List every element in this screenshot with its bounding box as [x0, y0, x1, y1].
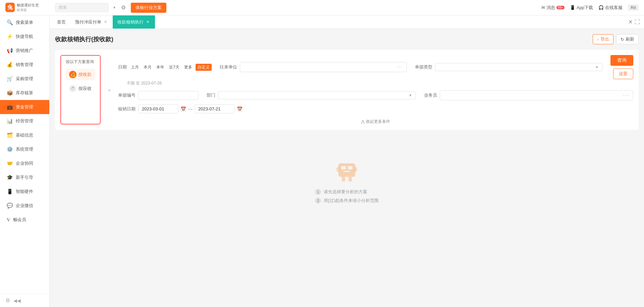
tab-bar: 首页 预付冲应付单 ✕ 收款核销执行 ✕ ✕ ⛶ — [50, 15, 644, 29]
sidebar-label: 畅会员 — [13, 217, 26, 223]
sidebar-item-system[interactable]: ⚙️ 系统管理 — [0, 142, 49, 156]
writeoff-cal-from-icon[interactable]: 📅 — [180, 106, 186, 112]
sidebar-item-enterprise[interactable]: 🤝 企业协同 — [0, 156, 49, 170]
sidebar-item-wechat[interactable]: 💬 企业微信 — [0, 199, 49, 213]
receivable-icon: ⏱ — [69, 85, 76, 92]
gear-icon[interactable]: ⚙ — [119, 3, 128, 12]
dept-select[interactable]: ▼ — [218, 91, 416, 99]
sidebar-item-member[interactable]: V 畅会员 — [0, 213, 49, 227]
filter-salesman-field: 业务员 ··· — [424, 90, 633, 100]
top-header: 兔 畅捷通好生意 标准版 搜索 ▼ ⚙ 体验行业方案 ✉ 消息 99+ 📱 Ap… — [0, 0, 644, 15]
dept-dropdown-icon: ▼ — [409, 93, 412, 97]
tab-prepay-label: 预付冲应付单 — [75, 19, 101, 25]
writeoff-cal-to-icon[interactable]: 📅 — [237, 106, 243, 112]
svg-rect-5 — [348, 177, 352, 182]
tip-num-2: 2 — [315, 198, 321, 204]
refresh-icon: ↻ — [621, 37, 624, 42]
query-button[interactable]: 查询 — [610, 55, 633, 66]
sidebar-label: 快捷导航 — [16, 34, 33, 40]
salesman-dots-icon: ··· — [623, 92, 630, 98]
partner-input[interactable]: ··· — [240, 62, 407, 72]
filter-row-1: 日期 上月 本月 本年 近7天 更多 自定义 往来单位 — [118, 55, 633, 79]
online-service-button[interactable]: 🎧 在线客服 — [598, 5, 623, 11]
message-label: 消息 — [546, 5, 555, 11]
marketing-icon: 📢 — [7, 48, 13, 54]
tab-prepay-close-icon[interactable]: ✕ — [103, 19, 108, 24]
sidebar-item-quick-nav[interactable]: ⚡ 快捷导航 — [0, 30, 49, 44]
sidebar-settings-icon[interactable]: ⚙ — [5, 297, 10, 304]
date-btn-this-year[interactable]: 本年 — [155, 64, 166, 71]
tab-writeoff-close-icon[interactable]: ✕ — [146, 19, 150, 24]
date-no-limit-hint: 不限 至 2023-07-26 — [127, 81, 633, 86]
sidebar: 🔍 搜索菜单 ⚡ 快捷导航 📢 营销推广 💰 销售管理 🛒 采购管理 📦 库存核… — [0, 15, 50, 307]
filter-option-by-receivable[interactable]: ⏱ 按应收 — [66, 83, 95, 94]
tab-home-label: 首页 — [57, 19, 66, 25]
partner-dots-icon: ··· — [397, 64, 403, 70]
bill-no-input[interactable] — [138, 91, 199, 100]
tab-home[interactable]: 首页 — [52, 15, 70, 29]
base-info-icon: 🗂️ — [7, 132, 13, 138]
date-btn-7days[interactable]: 近7天 — [168, 64, 181, 71]
app-download-button[interactable]: 📱 App下载 — [570, 5, 593, 11]
sidebar-label: 销售管理 — [16, 62, 33, 68]
filter-date-field: 日期 上月 本月 本年 近7天 更多 自定义 — [118, 64, 212, 71]
app-logo-icon: 兔 — [5, 3, 15, 12]
header-search-bar[interactable]: 搜索 — [55, 3, 109, 12]
filter-option-receipt-label: 按收款 — [78, 71, 92, 78]
sidebar-item-guide[interactable]: 🎓 新手引导 — [0, 170, 49, 185]
tab-prepay[interactable]: 预付冲应付单 ✕ — [70, 15, 113, 29]
sidebar-item-ops[interactable]: 📊 经营管理 — [0, 114, 49, 128]
page-actions: ↑ 导出 ↻ 刷新 — [593, 34, 639, 44]
finance-icon: 💼 — [7, 104, 13, 110]
sidebar-item-hardware[interactable]: 📱 智能硬件 — [0, 185, 49, 199]
writeoff-date-label: 核销日期 — [118, 106, 136, 112]
sidebar-item-sales[interactable]: 💰 销售管理 — [0, 58, 49, 72]
bill-type-select[interactable]: ▼ — [435, 63, 602, 71]
sidebar-item-marketing[interactable]: 📢 营销推广 — [0, 44, 49, 58]
sidebar-label: 企业微信 — [16, 203, 33, 209]
filter-actions: 查询 设置 — [610, 55, 633, 79]
solution-button[interactable]: 体验行业方案 — [131, 3, 166, 13]
date-btn-last-month[interactable]: 上月 — [129, 64, 140, 71]
salesman-input[interactable]: ··· — [440, 90, 633, 100]
filter-option-by-receipt[interactable]: 💰 按收款 — [66, 69, 95, 80]
sidebar-label: 系统管理 — [16, 146, 33, 152]
filter-partner-field: 往来单位 ··· — [220, 62, 407, 72]
collapse-more-button[interactable]: ⋀ 收起更多条件 — [361, 119, 390, 124]
date-btn-more[interactable]: 更多 — [183, 64, 194, 71]
sidebar-item-purchase[interactable]: 🛒 采购管理 — [0, 72, 49, 86]
bill-type-dropdown-icon: ▼ — [595, 65, 599, 69]
settings-button[interactable]: 设置 — [613, 68, 633, 79]
salesman-label: 业务员 — [424, 92, 437, 98]
tab-close-all-icon[interactable]: ✕ — [628, 19, 633, 25]
filter-dept-field: 部门 ▼ — [207, 91, 416, 99]
sidebar-item-inventory[interactable]: 📦 库存核算 — [0, 86, 49, 100]
sidebar-item-search-menu[interactable]: 🔍 搜索菜单 — [0, 15, 49, 30]
purchase-icon: 🛒 — [7, 76, 13, 82]
user-info[interactable]: Rit — [628, 4, 639, 11]
date-btn-this-month[interactable]: 本月 — [142, 64, 153, 71]
export-button[interactable]: ↑ 导出 — [593, 34, 614, 44]
sidebar-label: 新手引导 — [16, 174, 33, 181]
filter-area: 按以下方案查询 💰 按收款 ⏱ 按应收 » 日期 — [55, 50, 639, 130]
tab-writeoff[interactable]: 收款核销执行 ✕ — [113, 15, 155, 29]
sidebar-label: 基础信息 — [16, 132, 33, 138]
export-icon: ↑ — [597, 37, 599, 42]
writeoff-date-from-input[interactable] — [138, 104, 178, 113]
message-button[interactable]: ✉ 消息 99+ — [541, 5, 565, 11]
writeoff-date-range: 📅 — 📅 — [138, 104, 243, 113]
filter-row-3: 核销日期 📅 — 📅 — [118, 104, 633, 113]
writeoff-date-to-input[interactable] — [195, 104, 235, 113]
tab-maximize-icon[interactable]: ⛶ — [635, 19, 640, 25]
refresh-button[interactable]: ↻ 刷新 — [616, 34, 639, 44]
filter-collapse-button[interactable]: » — [106, 55, 113, 124]
empty-state: 1 请先选择要分析的方案 2 用[过滤]条件来缩小分析范围 — [55, 130, 639, 231]
header-dropdown-arrow-icon[interactable]: ▼ — [113, 6, 116, 9]
empty-tip-1: 1 请先选择要分析的方案 — [315, 189, 378, 195]
filter-scheme-title: 按以下方案查询 — [66, 59, 95, 65]
tab-actions: ✕ ⛶ — [628, 19, 641, 25]
date-btn-custom[interactable]: 自定义 — [196, 64, 212, 71]
sidebar-item-finance[interactable]: 💼 资金管理 — [0, 100, 49, 114]
sidebar-collapse-icon[interactable]: ◀◀ — [13, 298, 21, 303]
sidebar-item-base-info[interactable]: 🗂️ 基础信息 — [0, 128, 49, 142]
